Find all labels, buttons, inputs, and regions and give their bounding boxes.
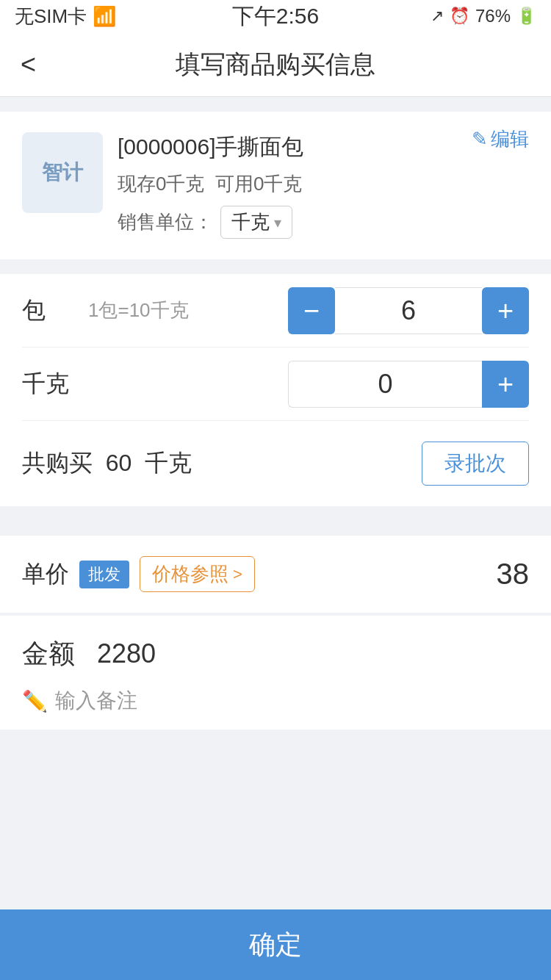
kg-quantity-controls: + [288,361,529,408]
product-card: 智计 [0000006]手撕面包 现存0千克 可用0千克 销售单位： 千克 ▾ … [0,112,551,259]
total-amount: 60 [106,450,132,476]
amount-row: 金额 2280 [22,636,529,672]
page-title: 填写商品购买信息 [176,48,375,82]
bao-label: 包 [22,295,81,327]
total-label: 共购买 [22,450,93,476]
wifi-icon: 📶 [93,5,116,28]
status-time: 下午2:56 [232,1,319,32]
product-card-wrapper: 智计 [0000006]手撕面包 现存0千克 可用0千克 销售单位： 千克 ▾ … [0,112,551,259]
kg-label: 千克 [22,368,81,400]
bao-quantity-controls: − + [288,287,529,334]
confirm-button[interactable]: 确定 [0,909,551,980]
price-section: 单价 批发 价格参照 > 38 [0,536,551,613]
nav-bar: < 填写商品购买信息 [0,32,551,97]
note-placeholder: 输入备注 [55,687,137,715]
bao-minus-button[interactable]: − [288,287,335,334]
product-stock: 现存0千克 可用0千克 [118,171,529,197]
price-tag: 批发 [79,561,129,588]
kg-quantity-row: 千克 + [22,347,529,421]
unit-select[interactable]: 千克 ▾ [220,206,292,239]
status-left: 无SIM卡 📶 [15,4,116,29]
bao-plus-button[interactable]: + [482,287,529,334]
carrier-label: 无SIM卡 [15,4,87,29]
edit-icon: ✎ [472,128,488,151]
product-image: 智计 [22,132,103,213]
total-row: 共购买 60 千克 录批次 [0,421,551,506]
price-ref-button[interactable]: 价格参照 > [140,556,255,592]
section-divider-1 [0,259,551,274]
status-bar: 无SIM卡 📶 下午2:56 ↗ ⏰ 76% 🔋 [0,0,551,32]
price-value: 38 [497,558,530,591]
edit-button[interactable]: ✎ 编辑 [472,126,529,152]
bao-hint: 1包=10千克 [88,298,288,323]
product-name: [0000006]手撕面包 [118,132,529,162]
status-right: ↗ ⏰ 76% 🔋 [431,6,536,26]
confirm-label: 确定 [249,927,302,963]
alarm-icon: ⏰ [450,7,469,26]
unit-arrow-icon: ▾ [274,214,281,231]
kg-quantity-input[interactable] [288,361,482,408]
price-label: 单价 [22,558,69,591]
edit-label: 编辑 [491,126,529,152]
product-info: [0000006]手撕面包 现存0千克 可用0千克 销售单位： 千克 ▾ [118,132,529,239]
quantity-section: 包 1包=10千克 − + 千克 + [0,274,551,421]
battery-label: 76% [475,6,511,26]
amount-note[interactable]: ✏️ 输入备注 [22,687,529,715]
bao-quantity-row: 包 1包=10千克 − + [22,274,529,347]
back-button[interactable]: < [21,49,36,80]
price-left: 单价 批发 价格参照 > [22,556,255,592]
battery-icon: 🔋 [516,7,536,26]
product-unit-row: 销售单位： 千克 ▾ [118,206,529,239]
amount-section: 金额 2280 ✏️ 输入备注 [0,616,551,729]
note-pencil-icon: ✏️ [22,689,48,713]
unit-label: 销售单位： [118,209,213,235]
unit-value: 千克 [231,209,270,235]
total-text: 共购买 60 千克 [22,447,192,480]
price-ref-label: 价格参照 [152,561,228,587]
batch-button[interactable]: 录批次 [422,442,529,486]
total-unit: 千克 [145,450,192,476]
amount-value: 2280 [97,638,156,669]
bao-quantity-input[interactable] [335,287,482,334]
location-icon: ↗ [431,7,444,26]
product-logo: 智计 [42,159,83,187]
price-ref-chevron-icon: > [233,565,242,584]
section-divider-2 [0,506,551,521]
kg-plus-button[interactable]: + [482,361,529,408]
amount-label: 金额 [22,638,75,669]
